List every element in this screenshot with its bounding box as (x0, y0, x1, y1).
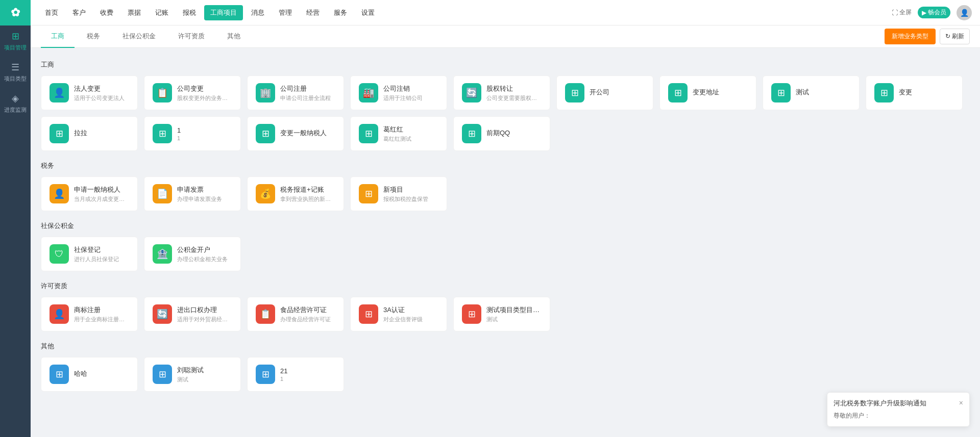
card-food-license[interactable]: 📋 食品经营许可证 办理食品经营许可证 (247, 297, 344, 331)
card-desc: 1 (177, 135, 232, 141)
card-title: 公司注销 (383, 84, 438, 93)
card-desc: 当月或次月成变更完成 (74, 195, 129, 203)
card-icon: ⊞ (153, 124, 172, 143)
nav-customer[interactable]: 客户 (66, 5, 92, 20)
nav-fee[interactable]: 收费 (94, 5, 119, 20)
nav-bookkeeping[interactable]: 记账 (149, 5, 175, 20)
card-title: 商标注册 (74, 305, 129, 315)
card-liucong-test[interactable]: ⊞ 刘聪测试 测试 (144, 357, 241, 392)
card-apply-yiban[interactable]: 👤 申请一般纳税人 当月或次月成变更完成 (41, 176, 138, 211)
card-trademark[interactable]: 👤 商标注册 用于企业商标注册服务 (41, 297, 138, 331)
card-3a-cert[interactable]: ⊞ 3A认证 对企业信誉评级 (350, 297, 447, 331)
user-avatar[interactable]: 👤 (957, 5, 972, 20)
project-type-icon: ☰ (11, 62, 19, 73)
section-title-shuiwu: 税务 (41, 161, 970, 170)
sidebar-item-project-type[interactable]: ☰ 项目类型 (0, 57, 31, 88)
card-title: 1 (177, 126, 232, 134)
card-gehonghong[interactable]: ⊞ 葛红红 葛红红测试 (350, 116, 447, 151)
main-wrapper: 首页 客户 收费 票据 记账 报税 工商项目 消息 管理 经营 服务 设置 ⛶ … (31, 0, 980, 437)
card-desc: 拿到营业执照的新公司 (280, 195, 335, 203)
card-test-type[interactable]: ⊞ 测试项目类型目定义 测试 (453, 297, 550, 331)
play-icon: ▶ (922, 9, 926, 16)
tab-gongshang[interactable]: 工商 (41, 25, 75, 48)
fullscreen-button[interactable]: ⛶ 全屏 (892, 8, 912, 17)
card-title: 开公司 (590, 88, 645, 97)
notification-close-button[interactable]: × (959, 399, 963, 407)
nav-operation[interactable]: 经营 (300, 5, 326, 20)
gongshang-cards: 👤 法人变更 适用于公司变更法人 📋 公司变更 股权变更外的业务变更 🏢 (41, 75, 970, 151)
card-icon: ⊞ (256, 124, 275, 143)
card-icon: ⊞ (874, 83, 894, 102)
card-icon: ⊞ (256, 365, 275, 384)
card-gjj-kaiku[interactable]: 🏦 公积金开户 办理公积金相关业务 (144, 237, 241, 271)
card-haha[interactable]: ⊞ 哈哈 (41, 357, 138, 392)
card-title: 变更一般纳税人 (280, 128, 335, 138)
card-fazren-biangeng[interactable]: 👤 法人变更 适用于公司变更法人 (41, 75, 138, 110)
card-icon: 🔄 (153, 304, 172, 324)
card-title: 进出口权办理 (177, 305, 232, 315)
card-guquan-zhuanrang[interactable]: 🔄 股权转让 公司变更需要股权转让 (453, 75, 550, 110)
card-biangeng-dizhi[interactable]: ⊞ 变更地址 (659, 75, 756, 110)
card-icon: ⊞ (50, 124, 69, 143)
card-gongsi-zhuxiao[interactable]: 🏭 公司注销 适用于注销公司 (350, 75, 447, 110)
card-desc: 公司变更需要股权转让 (486, 94, 542, 102)
nav-home[interactable]: 首页 (39, 5, 64, 20)
nav-business-project[interactable]: 工商项目 (204, 5, 243, 20)
card-gongsi-biangeng[interactable]: 📋 公司变更 股权变更外的业务变更 (144, 75, 241, 110)
card-gongsi-zhuce[interactable]: 🏢 公司注册 申请公司注册全流程 (247, 75, 344, 110)
card-biangeng-yiban[interactable]: ⊞ 变更一般纳税人 (247, 116, 344, 151)
card-qianqi-qq[interactable]: ⊞ 前期QQ (453, 116, 550, 151)
sidebar-item-label: 项目类型 (4, 75, 27, 83)
card-desc: 办理公积金相关业务 (177, 255, 232, 263)
card-desc: 对企业信誉评级 (383, 316, 438, 323)
card-apply-fapiao[interactable]: 📄 申请发票 办理申请发票业务 (144, 176, 241, 211)
card-21[interactable]: ⊞ 21 1 (247, 357, 344, 392)
card-tax-report[interactable]: 💰 税务报道+记账 拿到营业执照的新公司 (247, 176, 344, 211)
card-icon: 📋 (153, 83, 172, 102)
card-new-project[interactable]: ⊞ 新项目 报税加税控盘保管 (350, 176, 447, 211)
tab-shuiwu[interactable]: 税务 (77, 25, 110, 48)
nav-settings[interactable]: 设置 (355, 5, 381, 20)
card-icon: ⊞ (153, 365, 172, 384)
nav-tax[interactable]: 报税 (177, 5, 202, 20)
card-desc: 葛红红测试 (383, 135, 438, 143)
sidebar-item-progress-monitor[interactable]: ◈ 进度监测 (0, 88, 31, 119)
tab-bar: 工商 税务 社保公积金 许可资质 其他 新增业务类型 ↻ 刷新 (31, 25, 980, 48)
card-title: 公积金开户 (177, 245, 232, 254)
card-biangeng[interactable]: ⊞ 变更 (866, 75, 963, 110)
card-import-export[interactable]: 🔄 进出口权办理 适用于对外贸易经营者 (144, 297, 241, 331)
sidebar-item-project-manage[interactable]: ⊞ 项目管理 (0, 25, 31, 57)
refresh-button[interactable]: ↻ 刷新 (940, 29, 970, 44)
tab-actions: 新增业务类型 ↻ 刷新 (885, 29, 970, 44)
card-title: 法人变更 (74, 84, 129, 93)
notification-text: 尊敬的用户： (834, 411, 963, 420)
card-kai-gongsi[interactable]: ⊞ 开公司 (556, 75, 653, 110)
tab-xuke[interactable]: 许可资质 (168, 25, 215, 48)
card-icon: ⊞ (771, 83, 791, 102)
nav-service[interactable]: 服务 (328, 5, 353, 20)
tab-qita[interactable]: 其他 (217, 25, 251, 48)
card-desc: 适用于公司变更法人 (74, 94, 129, 102)
card-icon: ⊞ (359, 304, 378, 324)
section-title-shebao: 社保公积金 (41, 221, 970, 230)
card-1[interactable]: ⊞ 1 1 (144, 116, 241, 151)
card-title: 拉拉 (74, 128, 129, 138)
card-icon: ⊞ (565, 83, 584, 102)
sidebar-item-label: 项目管理 (4, 44, 27, 52)
card-desc: 报税加税控盘保管 (383, 195, 438, 203)
card-lala[interactable]: ⊞ 拉拉 (41, 116, 138, 151)
shebao-cards: 🛡 社保登记 进行人员社保登记 🏦 公积金开户 办理公积金相关业务 (41, 237, 970, 271)
card-title: 公司变更 (177, 84, 232, 93)
add-type-button[interactable]: 新增业务类型 (885, 29, 936, 44)
card-ceshi[interactable]: ⊞ 测试 (763, 75, 860, 110)
card-icon: ⊞ (668, 83, 688, 102)
card-shebao-dengji[interactable]: 🛡 社保登记 进行人员社保登记 (41, 237, 138, 271)
nav-message[interactable]: 消息 (245, 5, 271, 20)
card-icon: 👤 (50, 83, 69, 102)
card-icon: ⊞ (359, 184, 378, 203)
scroll-content: 工商 👤 法人变更 适用于公司变更法人 📋 公司变更 股权变更外的业务变更 (31, 48, 980, 437)
member-button[interactable]: ▶ 畅会员 (918, 7, 950, 18)
nav-manage[interactable]: 管理 (273, 5, 298, 20)
nav-ticket[interactable]: 票据 (121, 5, 147, 20)
tab-shebao[interactable]: 社保公积金 (112, 25, 166, 48)
